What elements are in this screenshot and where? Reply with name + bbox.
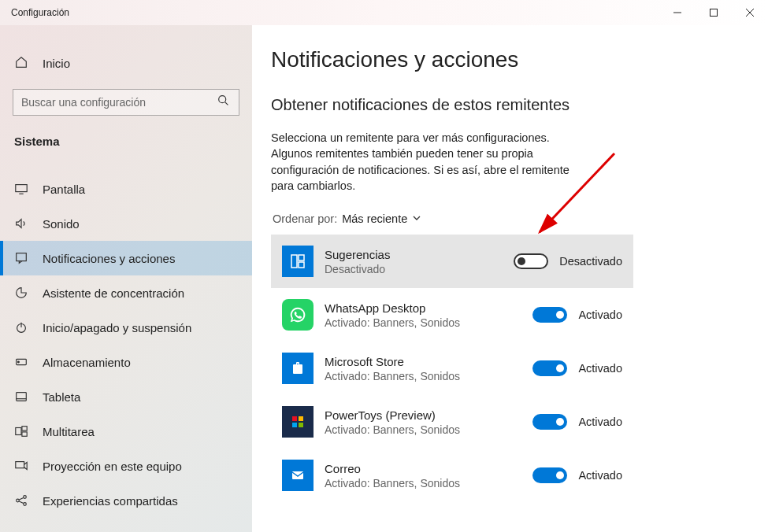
whatsapp-icon	[282, 299, 314, 331]
toggle-whatsapp[interactable]	[532, 307, 567, 323]
sidebar: Inicio Sistema Pantalla Sonido Notificac…	[0, 25, 252, 532]
svg-point-21	[24, 503, 27, 506]
svg-line-5	[225, 102, 228, 105]
svg-line-23	[19, 501, 23, 504]
sidebar-item-pantalla[interactable]: Pantalla	[0, 172, 252, 206]
sidebar-item-asistente[interactable]: Asistente de concentración	[0, 275, 252, 310]
sidebar-item-proyeccion[interactable]: Proyección en este equipo	[0, 449, 252, 483]
sender-sub: Desactivado	[325, 263, 503, 275]
sort-row[interactable]: Ordenar por: Más reciente	[271, 212, 749, 225]
sidebar-item-label: Sonido	[43, 217, 80, 231]
svg-rect-26	[299, 262, 304, 268]
sender-name: PowerToys (Preview)	[325, 408, 521, 422]
svg-rect-16	[22, 427, 27, 430]
sound-icon	[14, 216, 28, 231]
titlebar: Configuración	[0, 0, 768, 25]
window-title: Configuración	[0, 7, 69, 18]
toggle-label: Activado	[578, 416, 622, 428]
project-icon	[14, 459, 28, 473]
svg-rect-15	[16, 428, 21, 435]
svg-rect-8	[17, 253, 27, 261]
tablet-icon	[14, 390, 28, 404]
sidebar-item-label: Experiencias compartidas	[43, 494, 178, 508]
svg-line-22	[19, 497, 23, 500]
sort-value: Más reciente	[342, 212, 407, 225]
toggle-label: Activado	[578, 308, 622, 321]
sender-name: WhatsApp Desktop	[325, 301, 521, 315]
sidebar-item-tableta[interactable]: Tableta	[0, 379, 252, 414]
sender-item-sugerencias[interactable]: Sugerencias Desactivado Desactivado	[271, 235, 633, 288]
svg-rect-18	[16, 462, 24, 468]
page-title: Notificaciones y acciones	[271, 47, 749, 72]
power-icon	[14, 320, 28, 334]
sender-sub: Activado: Banners, Sonidos	[325, 370, 521, 382]
svg-rect-1	[710, 9, 718, 17]
toggle-label: Desactivado	[559, 255, 622, 268]
sidebar-item-label: Notificaciones y acciones	[43, 252, 175, 265]
sidebar-item-notificaciones[interactable]: Notificaciones y acciones	[0, 241, 252, 275]
svg-rect-13	[17, 393, 27, 401]
sidebar-item-label: Pantalla	[43, 183, 85, 196]
sender-list: Sugerencias Desactivado Desactivado What…	[271, 235, 633, 502]
svg-point-19	[17, 499, 20, 502]
sender-item-msstore[interactable]: Microsoft Store Activado: Banners, Sonid…	[271, 342, 633, 395]
svg-rect-6	[16, 185, 27, 192]
sidebar-item-label: Multitarea	[43, 425, 95, 438]
toggle-sugerencias[interactable]	[514, 253, 548, 269]
search-input[interactable]	[21, 96, 217, 109]
sender-name: Correo	[325, 462, 521, 475]
mail-icon	[282, 460, 314, 491]
sender-sub: Activado: Banners, Sonidos	[325, 423, 521, 436]
sender-name: Sugerencias	[325, 248, 503, 261]
sender-item-powertoys[interactable]: PowerToys (Preview) Activado: Banners, S…	[271, 395, 633, 449]
sidebar-item-label: Proyección en este equipo	[43, 460, 182, 473]
toggle-label: Activado	[578, 469, 622, 482]
sidebar-item-inicio-apagado[interactable]: Inicio/apagado y suspensión	[0, 310, 252, 345]
sidebar-item-multitarea[interactable]: Multitarea	[0, 414, 252, 449]
shared-icon	[14, 493, 28, 508]
svg-rect-25	[299, 255, 304, 260]
sidebar-item-label: Tableta	[43, 390, 80, 404]
sidebar-item-sonido[interactable]: Sonido	[0, 206, 252, 241]
sender-sub: Activado: Banners, Sonidos	[325, 316, 521, 329]
search-box[interactable]	[13, 89, 239, 116]
close-button[interactable]	[732, 0, 768, 25]
storage-icon	[14, 355, 28, 369]
maximize-button[interactable]	[696, 0, 732, 25]
content-pane: Notificaciones y acciones Obtener notifi…	[252, 25, 768, 532]
svg-rect-31	[292, 471, 303, 479]
toggle-correo[interactable]	[532, 467, 567, 483]
sender-item-correo[interactable]: Correo Activado: Banners, Sonidos Activa…	[271, 449, 633, 502]
svg-rect-27	[292, 416, 297, 421]
svg-point-20	[24, 496, 27, 499]
svg-rect-17	[22, 432, 27, 436]
powertoys-icon	[282, 406, 314, 438]
chevron-down-icon	[412, 212, 421, 225]
svg-point-4	[219, 96, 226, 103]
suggestions-icon	[282, 246, 314, 277]
window-controls	[659, 0, 768, 25]
minimize-button[interactable]	[659, 0, 696, 25]
sender-name: Microsoft Store	[325, 355, 521, 368]
section-description: Selecciona un remitente para ver más con…	[271, 130, 586, 194]
sidebar-item-almacenamiento[interactable]: Almacenamiento	[0, 345, 252, 379]
home-nav[interactable]: Inicio	[0, 47, 252, 79]
toggle-label: Activado	[578, 362, 622, 375]
section-title: Obtener notificaciones de estos remitent…	[271, 96, 749, 114]
sidebar-item-experiencias[interactable]: Experiencias compartidas	[0, 483, 252, 518]
svg-point-12	[18, 361, 20, 363]
svg-rect-29	[292, 423, 297, 427]
toggle-msstore[interactable]	[532, 360, 567, 376]
sort-label: Ordenar por:	[273, 212, 337, 225]
display-icon	[14, 182, 28, 196]
sidebar-item-label: Inicio/apagado y suspensión	[43, 321, 191, 334]
sender-sub: Activado: Banners, Sonidos	[325, 477, 521, 490]
svg-rect-28	[299, 416, 303, 421]
toggle-powertoys[interactable]	[532, 414, 567, 430]
notification-icon	[14, 251, 28, 265]
focus-icon	[14, 286, 28, 300]
svg-rect-24	[291, 255, 297, 268]
sidebar-category: Sistema	[0, 130, 252, 153]
sender-item-whatsapp[interactable]: WhatsApp Desktop Activado: Banners, Soni…	[271, 288, 633, 342]
search-icon	[217, 94, 231, 111]
